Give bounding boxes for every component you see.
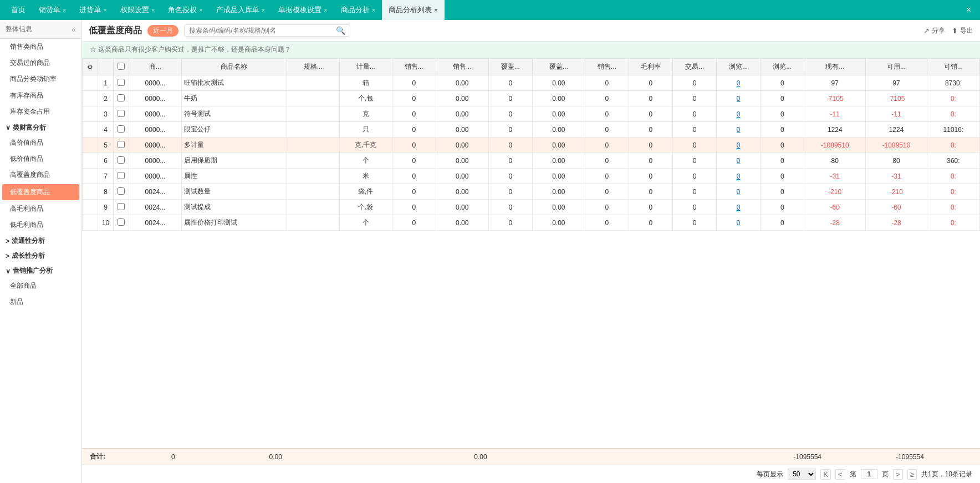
td-code: 0000... [129,169,182,184]
top-nav: 首页 销货单 × 进货单 × 权限设置 × 角色授权 × 产成品入库单 × 单据… [0,0,980,20]
th-unit[interactable]: 计量... [339,59,392,75]
nav-permissions[interactable]: 权限设置 × [114,0,161,20]
td-sales-amt: 0.00 [436,122,488,138]
pagination: 每页显示 50 100 200 K < 第 页 > ≥ 共1页，10条记录 [82,465,980,483]
td-check[interactable] [114,75,129,91]
th-cov1[interactable]: 覆盖... [488,59,532,75]
search-icon[interactable]: 🔍 [336,26,345,35]
footer-available: -1095554 [887,453,932,461]
close-icon[interactable]: × [324,0,327,20]
td-browse1[interactable]: 0 [717,75,760,91]
th-check[interactable] [114,59,129,75]
th-cov2[interactable]: 覆盖... [532,59,585,75]
sidebar-section-wealth[interactable]: ∨ 类财富分析 [0,120,81,135]
sidebar-item-in-stock[interactable]: 有库存商品 [0,88,81,104]
nav-purchase[interactable]: 进货单 × [73,0,113,20]
search-box: 🔍 [184,24,350,37]
sidebar-collapse-button[interactable]: « [72,25,76,34]
sidebar-section-growth[interactable]: > 成长性分析 [0,248,81,263]
sidebar-item-high-value[interactable]: 高价值商品 [0,135,81,151]
nav-roles[interactable]: 角色授权 × [161,0,209,20]
export-button[interactable]: ⬆ 导出 [952,26,973,35]
td-browse1[interactable]: 0 [717,215,760,231]
sidebar-item-traded-goods[interactable]: 交易过的商品 [0,55,81,71]
search-input[interactable] [189,27,336,34]
page-input[interactable] [861,469,877,479]
close-icon[interactable]: × [103,0,106,20]
next-page-button[interactable]: > [893,469,903,480]
sidebar-item-low-value[interactable]: 低价值商品 [0,151,81,167]
th-sales-amt[interactable]: 销售... [436,59,488,75]
th-saleable[interactable]: 可销... [927,59,979,75]
td-check[interactable] [114,153,129,169]
th-gross-rate[interactable]: 毛利率 [629,59,672,75]
close-icon[interactable]: × [63,0,66,20]
nav-home[interactable]: 首页 [4,0,32,20]
period-button[interactable]: 近一月 [147,25,178,37]
td-browse1[interactable]: 0 [717,122,760,138]
close-icon[interactable]: × [434,0,437,20]
th-spec[interactable]: 规格... [287,59,339,75]
sidebar-section-marketing[interactable]: ∨ 营销推广分析 [0,263,81,278]
th-browse2[interactable]: 浏览... [760,59,804,75]
sidebar-item-high-profit[interactable]: 高毛利商品 [0,201,81,217]
th-available[interactable]: 可用... [866,59,927,75]
th-code[interactable]: 商... [129,59,182,75]
sidebar-section-circulation[interactable]: > 流通性分析 [0,233,81,248]
nav-warehouse[interactable]: 产成品入库单 × [210,0,272,20]
td-check[interactable] [114,169,129,184]
sidebar-item-low-profit[interactable]: 低毛利商品 [0,217,81,233]
th-sales-qty[interactable]: 销售... [392,59,436,75]
sidebar-item-inventory-funds[interactable]: 库存资金占用 [0,104,81,120]
td-sales3: 0 [585,200,629,215]
td-name: 测试提成 [181,200,287,215]
nav-template[interactable]: 单据模板设置 × [272,0,334,20]
close-icon[interactable]: × [262,0,265,20]
th-settings[interactable]: ⚙ [83,59,98,75]
td-browse1[interactable]: 0 [717,138,760,153]
td-browse1[interactable]: 0 [717,91,760,106]
th-sales3[interactable]: 销售... [585,59,629,75]
last-page-button[interactable]: ≥ [907,469,917,480]
table-container[interactable]: ⚙ 商... 商品名称 规格... 计量... 销售... 销售... 覆盖..… [82,58,980,448]
td-browse1[interactable]: 0 [717,153,760,169]
sidebar-item-low-coverage[interactable]: 低覆盖度商品 [2,184,79,200]
td-settings [83,184,98,200]
td-check[interactable] [114,91,129,106]
td-check[interactable] [114,138,129,153]
td-check[interactable] [114,106,129,122]
td-check[interactable] [114,184,129,200]
nav-sales[interactable]: 销货单 × [32,0,73,20]
td-browse1[interactable]: 0 [717,184,760,200]
nav-goods-analysis[interactable]: 商品分析 × [334,0,382,20]
sidebar-item-new-goods[interactable]: 新品 [0,294,81,310]
td-sales-amt: 0.00 [436,200,488,215]
sidebar-item-category-rate[interactable]: 商品分类动销率 [0,71,81,87]
sidebar-item-sales-goods[interactable]: 销售类商品 [0,39,81,55]
th-name[interactable]: 商品名称 [181,59,287,75]
prev-page-button[interactable]: < [835,469,845,480]
td-available: -31 [866,169,927,184]
share-button[interactable]: ↗ 分享 [923,26,945,35]
th-browse1[interactable]: 浏览... [717,59,760,75]
td-check[interactable] [114,200,129,215]
td-browse1[interactable]: 0 [717,169,760,184]
td-browse1[interactable]: 0 [717,200,760,215]
td-check[interactable] [114,215,129,231]
first-page-button[interactable]: K [820,469,831,480]
sidebar-item-all-goods[interactable]: 全部商品 [0,278,81,294]
close-icon[interactable]: × [151,0,155,20]
td-unit: 只 [339,122,392,138]
close-icon[interactable]: × [372,0,375,20]
sidebar-item-high-coverage[interactable]: 高覆盖度商品 [0,167,81,183]
th-trade[interactable]: 交易... [673,59,717,75]
nav-goods-analysis-list[interactable]: 商品分析列表 × [382,0,444,20]
td-cov1: 0 [488,215,532,231]
close-all-button[interactable]: × [962,5,976,15]
td-check[interactable] [114,122,129,138]
th-current[interactable]: 现有... [804,59,866,75]
per-page-select[interactable]: 50 100 200 [788,469,816,480]
close-icon[interactable]: × [199,0,202,20]
td-browse1[interactable]: 0 [717,106,760,122]
select-all-checkbox[interactable] [118,63,125,70]
